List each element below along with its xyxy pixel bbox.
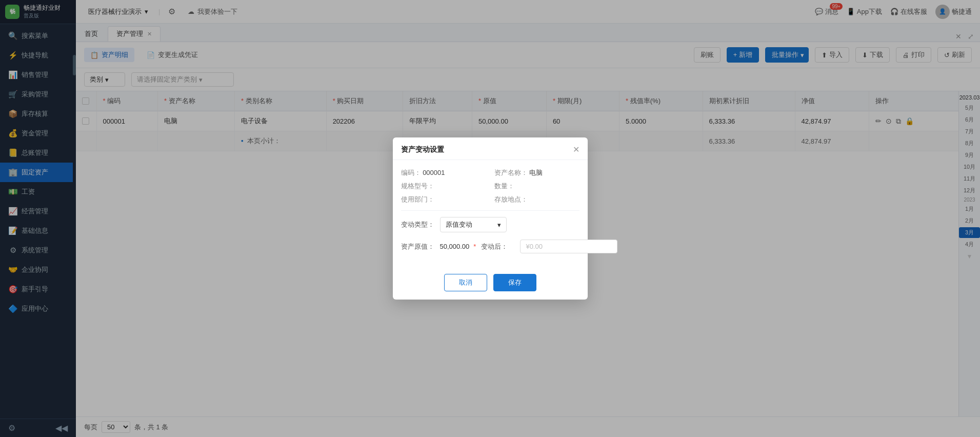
asset-change-modal: 资产变动设置 ✕ 编码： 000001 资产名称： 电脑 规格型号：: [393, 137, 588, 300]
cancel-button[interactable]: 取消: [444, 274, 487, 291]
modal-change-type-chevron: ▾: [497, 221, 501, 229]
modal-change-type-value: 原值变动: [446, 220, 472, 229]
modal-title: 资产变动设置: [401, 145, 444, 154]
required-star: *: [473, 243, 476, 250]
modal-code-value: 000001: [423, 169, 445, 176]
modal-footer: 取消 保存: [393, 269, 588, 300]
modal-change-type-row: 变动类型： 原值变动 ▾: [401, 217, 579, 232]
modal-location-label: 存放地点：: [494, 195, 528, 203]
modal-quantity-item: 数量：: [494, 182, 579, 191]
modal-asset-value-label: 资产原值：: [401, 242, 436, 251]
modal-after-label: 变动后：: [481, 242, 516, 251]
save-button[interactable]: 保存: [493, 274, 536, 291]
modal-close-icon[interactable]: ✕: [573, 145, 579, 154]
modal-asset-value-row: 资产原值： 50,000.00 * 变动后：: [401, 240, 579, 253]
modal-spec-item: 规格型号：: [401, 182, 486, 191]
modal-spec-label: 规格型号：: [401, 182, 434, 190]
modal-asset-name-value: 电脑: [529, 169, 543, 176]
modal-department-item: 使用部门：: [401, 195, 486, 204]
modal-department-label: 使用部门：: [401, 195, 434, 203]
modal-info-grid: 编码： 000001 资产名称： 电脑 规格型号： 数量：: [401, 168, 579, 204]
modal-after-group: * 变动后：: [473, 240, 617, 253]
modal-after-input[interactable]: [520, 240, 617, 253]
modal-body: 编码： 000001 资产名称： 电脑 规格型号： 数量：: [393, 160, 588, 269]
modal-asset-name-item: 资产名称： 电脑: [494, 168, 579, 177]
main-content: 医疗器械行业演示 ▾ | ⚙ ☁ 我要体验一下 💬 消息 99+ 📱 App下载…: [76, 0, 980, 437]
modal-overlay[interactable]: 资产变动设置 ✕ 编码： 000001 资产名称： 电脑 规格型号：: [76, 0, 980, 437]
modal-divider: [401, 210, 579, 211]
modal-change-type-select[interactable]: 原值变动 ▾: [440, 217, 507, 232]
modal-code-label: 编码：: [401, 169, 421, 176]
modal-location-item: 存放地点：: [494, 195, 579, 204]
modal-header: 资产变动设置 ✕: [393, 137, 588, 160]
modal-change-type-label: 变动类型：: [401, 220, 436, 229]
modal-asset-value: 50,000.00: [440, 243, 470, 250]
modal-code-item: 编码： 000001: [401, 168, 486, 177]
modal-asset-name-label: 资产名称：: [494, 169, 528, 176]
modal-quantity-label: 数量：: [494, 182, 514, 190]
